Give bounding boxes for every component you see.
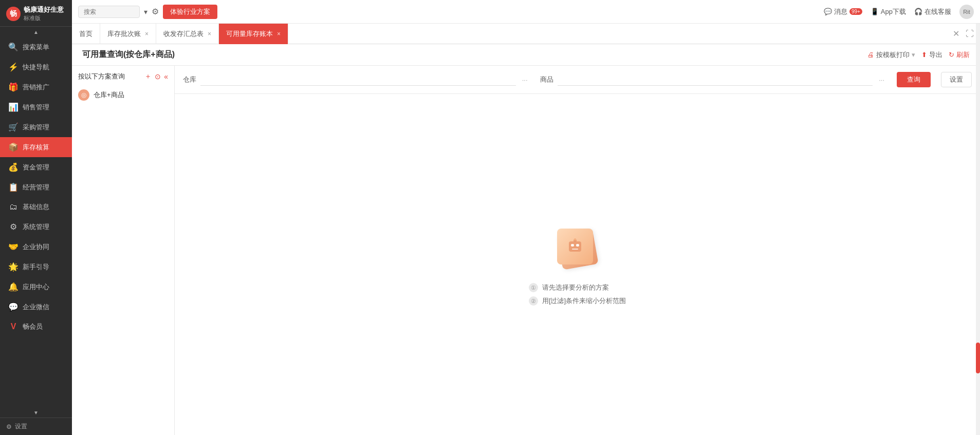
product-input[interactable] [558, 73, 873, 86]
sidebar-scroll-up[interactable]: ▲ [0, 27, 72, 37]
sidebar-item-label: 应用中心 [23, 282, 49, 292]
topbar-gear-icon[interactable]: ⚙ [152, 7, 159, 16]
print-dropdown-icon[interactable]: ▾ [912, 51, 915, 59]
hint-text-2: 用[过滤]条件来缩小分析范围 [542, 296, 626, 306]
sidebar-settings[interactable]: ⚙ 设置 [0, 418, 72, 435]
sidebar-item-label: 基础信息 [23, 202, 49, 212]
topbar-search-input[interactable] [78, 6, 140, 18]
print-template-button[interactable]: 🖨 按模板打印 ▾ [867, 50, 915, 60]
hint-num-2: ② [529, 296, 538, 306]
page-header: 可用量查询(按仓库+商品) 🖨 按模板打印 ▾ ⬆ 导出 ↻ 刷新 [72, 44, 980, 66]
marketing-icon: 🎁 [8, 82, 19, 92]
empty-illustration [552, 223, 603, 275]
message-label: 消息 [834, 7, 847, 16]
sidebar-item-label: 库存核算 [23, 143, 49, 152]
brand-icon: 畅 [6, 7, 21, 21]
phone-icon: 📱 [871, 8, 879, 15]
refresh-label: 刷新 [956, 50, 970, 60]
tab-receipts-summary-close[interactable]: × [208, 30, 211, 37]
query-toolbar: 仓库 ··· 商品 ··· 查询 设置 [175, 66, 980, 94]
sidebar: 畅 畅康通好生意 标准版 ▲ 🔍 搜索菜单 ⚡ 快捷导航 🎁 营销推广 📊 销售… [0, 0, 72, 435]
product-more-icon[interactable]: ··· [877, 76, 886, 84]
sidebar-item-operation[interactable]: 📋 经营管理 [0, 177, 72, 197]
robot-icon [565, 236, 585, 257]
sidebar-scroll-down[interactable]: ▼ [0, 407, 72, 418]
sidebar-item-label: 新手引导 [23, 262, 49, 272]
sidebar-item-basic[interactable]: 🗂 基础信息 [0, 197, 72, 217]
tab-inventory-batch[interactable]: 库存批次账 × [100, 24, 156, 44]
warehouse-field: 仓库 ··· [183, 73, 530, 86]
page-title: 可用量查询(按仓库+商品) [82, 49, 175, 60]
sidebar-item-label: 企业协同 [23, 242, 49, 252]
warehouse-more-icon[interactable]: ··· [520, 76, 530, 84]
topbar: ▾ ⚙ 体验行业方案 💬 消息 99+ 📱 App下载 🎧 在线客服 Rit [72, 0, 980, 24]
sidebar-item-system[interactable]: ⚙ 系统管理 [0, 217, 72, 237]
finance-icon: 💰 [8, 162, 19, 172]
sidebar-item-finance[interactable]: 💰 资金管理 [0, 157, 72, 177]
warehouse-input[interactable] [200, 73, 516, 86]
wechat-icon: 💬 [8, 302, 19, 312]
filter-item-warehouse-product[interactable]: ◎ 仓库+商品 [72, 85, 174, 105]
sidebar-item-sales[interactable]: 📊 销售管理 [0, 97, 72, 117]
export-button[interactable]: ⬆ 导出 [921, 50, 942, 60]
warehouse-label: 仓库 [183, 75, 196, 84]
sidebar-item-label: 系统管理 [23, 222, 49, 232]
trial-button[interactable]: 体验行业方案 [163, 5, 217, 19]
topbar-online-service[interactable]: 🎧 在线客服 [914, 7, 951, 16]
tab-home[interactable]: 首页 [72, 24, 100, 44]
sidebar-item-marketing[interactable]: 🎁 营销推广 [0, 77, 72, 97]
empty-hint-1: ① 请先选择要分析的方案 [529, 283, 626, 292]
right-scrollbar [976, 24, 980, 435]
filter-panel: 按以下方案查询 ＋ ⊙ « ◎ 仓库+商品 [72, 66, 175, 435]
sidebar-item-apps[interactable]: 🔔 应用中心 [0, 277, 72, 297]
tab-receipts-summary[interactable]: 收发存汇总表 × [156, 24, 219, 44]
filter-settings-button[interactable]: ⊙ [155, 72, 161, 81]
tab-available-ledger-close[interactable]: × [277, 30, 281, 37]
tabbar-expand-button[interactable]: ⛶ [964, 27, 976, 41]
settings-button[interactable]: 设置 [941, 72, 972, 87]
refresh-button[interactable]: ↻ 刷新 [949, 50, 970, 60]
sidebar-item-guide[interactable]: 🌟 新手引导 [0, 257, 72, 277]
sidebar-item-inventory[interactable]: 📦 库存核算 [0, 137, 72, 157]
sidebar-item-corp[interactable]: 🤝 企业协同 [0, 237, 72, 257]
filter-add-button[interactable]: ＋ [144, 72, 152, 81]
sidebar-item-search[interactable]: 🔍 搜索菜单 [0, 37, 72, 57]
tab-inventory-batch-close[interactable]: × [145, 30, 149, 37]
filter-header: 按以下方案查询 ＋ ⊙ « [72, 72, 174, 85]
purchase-icon: 🛒 [8, 122, 19, 132]
empty-box-face [557, 229, 593, 264]
basic-icon: 🗂 [8, 202, 19, 212]
user-name: Rit [963, 9, 970, 15]
apps-icon: 🔔 [8, 282, 19, 292]
sidebar-item-label: 经营管理 [23, 183, 49, 192]
query-button[interactable]: 查询 [897, 72, 931, 87]
svg-rect-2 [576, 244, 579, 247]
tabbar-close-all-button[interactable]: ✕ [951, 27, 961, 41]
refresh-icon: ↻ [949, 51, 954, 59]
topbar-app-download[interactable]: 📱 App下载 [871, 7, 906, 16]
sidebar-nav: 🔍 搜索菜单 ⚡ 快捷导航 🎁 营销推广 📊 销售管理 🛒 采购管理 📦 库存核… [0, 37, 72, 407]
content-area: 按以下方案查询 ＋ ⊙ « ◎ 仓库+商品 仓库 ··· [72, 66, 980, 435]
topbar-user-avatar[interactable]: Rit [959, 5, 974, 19]
filter-header-label: 按以下方案查询 [78, 72, 125, 81]
sidebar-item-shortcut[interactable]: ⚡ 快捷导航 [0, 57, 72, 77]
tab-available-ledger[interactable]: 可用量库存账本 × [219, 24, 288, 44]
sidebar-item-wechat[interactable]: 💬 企业微信 [0, 297, 72, 317]
sidebar-item-purchase[interactable]: 🛒 采购管理 [0, 117, 72, 137]
scrollbar-thumb[interactable] [976, 343, 980, 373]
sidebar-item-member[interactable]: V 畅会员 [0, 317, 72, 336]
main-content: ▾ ⚙ 体验行业方案 💬 消息 99+ 📱 App下载 🎧 在线客服 Rit [72, 0, 980, 435]
inventory-icon: 📦 [8, 142, 19, 152]
tabbar: 首页 库存批次账 × 收发存汇总表 × 可用量库存账本 × ✕ ⛶ [72, 24, 980, 44]
topbar-message[interactable]: 💬 消息 99+ [824, 7, 862, 16]
topbar-dropdown-icon[interactable]: ▾ [144, 8, 147, 16]
product-label: 商品 [540, 75, 553, 84]
print-label: 按模板打印 [876, 50, 910, 60]
filter-header-actions: ＋ ⊙ « [144, 72, 168, 81]
filter-collapse-button[interactable]: « [164, 72, 168, 81]
product-field: 商品 ··· [540, 73, 887, 86]
sidebar-item-label: 采购管理 [23, 123, 49, 132]
sidebar-item-label: 搜索菜单 [23, 43, 49, 52]
svg-point-5 [574, 238, 576, 240]
shortcut-icon: ⚡ [8, 62, 19, 72]
